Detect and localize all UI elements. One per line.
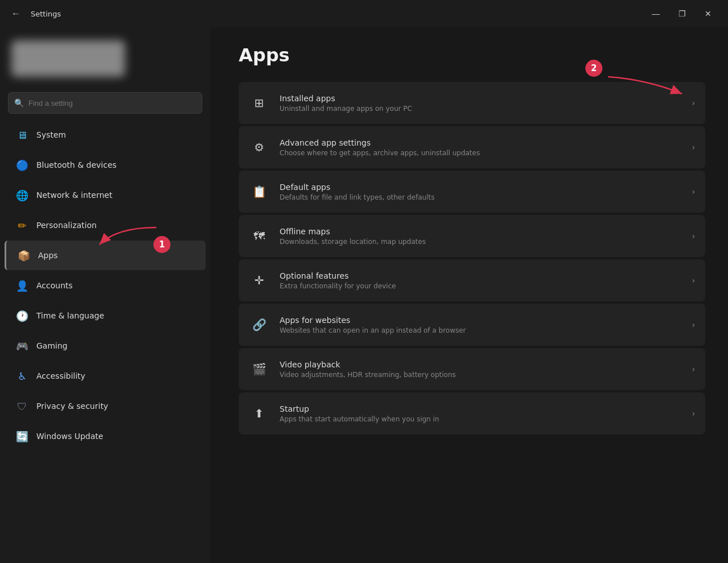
annotation-2-circle: 2: [585, 60, 602, 77]
apps-for-websites-title: Apps for websites: [280, 316, 681, 325]
video-playback-chevron-icon: ›: [692, 365, 695, 374]
window-controls: — ❐ ✕: [643, 5, 721, 23]
search-box[interactable]: 🔍: [8, 92, 202, 114]
advanced-app-settings-description: Choose where to get apps, archive apps, …: [280, 149, 681, 157]
offline-maps-title: Offline maps: [280, 227, 681, 236]
sidebar: 🔍 🖥System🔵Bluetooth & devices🌐Network & …: [0, 27, 210, 563]
sidebar-item-accounts[interactable]: 👤Accounts: [5, 271, 206, 300]
settings-list: ⊞Installed appsUninstall and manage apps…: [239, 82, 705, 434]
startup-icon: ⬆: [249, 403, 269, 424]
default-apps-description: Defaults for file and link types, other …: [280, 193, 681, 201]
accounts-icon: 👤: [16, 279, 28, 292]
default-apps-title: Default apps: [280, 183, 681, 192]
sidebar-item-network[interactable]: 🌐Network & internet: [5, 180, 206, 210]
apps-for-websites-chevron-icon: ›: [692, 320, 695, 329]
startup-chevron-icon: ›: [692, 409, 695, 418]
sidebar-item-label-network: Network & internet: [36, 191, 113, 200]
settings-item-apps-for-websites[interactable]: 🔗Apps for websitesWebsites that can open…: [239, 304, 705, 346]
default-apps-text: Default appsDefaults for file and link t…: [280, 183, 681, 201]
video-playback-description: Video adjustments, HDR streaming, batter…: [280, 371, 681, 379]
startup-title: Startup: [280, 404, 681, 413]
installed-apps-text: Installed appsUninstall and manage apps …: [280, 94, 681, 113]
default-apps-icon: 📋: [249, 181, 269, 202]
sidebar-item-label-gaming: Gaming: [36, 341, 68, 350]
offline-maps-description: Downloads, storage location, map updates: [280, 238, 681, 246]
sidebar-item-label-bluetooth: Bluetooth & devices: [36, 160, 117, 169]
default-apps-chevron-icon: ›: [692, 187, 695, 196]
advanced-app-settings-text: Advanced app settingsChoose where to get…: [280, 138, 681, 157]
installed-apps-icon: ⊞: [249, 93, 269, 113]
apps-for-websites-text: Apps for websitesWebsites that can open …: [280, 316, 681, 334]
update-icon: 🔄: [16, 430, 28, 442]
offline-maps-text: Offline mapsDownloads, storage location,…: [280, 227, 681, 246]
sidebar-item-label-privacy: Privacy & security: [36, 401, 108, 411]
title-bar: ← Settings — ❐ ✕: [0, 0, 728, 27]
sidebar-item-label-time: Time & language: [36, 311, 104, 320]
time-icon: 🕐: [16, 309, 28, 322]
video-playback-text: Video playbackVideo adjustments, HDR str…: [280, 360, 681, 379]
optional-features-icon: ✛: [249, 270, 269, 291]
settings-item-optional-features[interactable]: ✛Optional featuresExtra functionality fo…: [239, 259, 705, 301]
sidebar-item-bluetooth[interactable]: 🔵Bluetooth & devices: [5, 150, 206, 180]
startup-description: Apps that start automatically when you s…: [280, 415, 681, 423]
settings-item-installed-apps[interactable]: ⊞Installed appsUninstall and manage apps…: [239, 82, 705, 124]
sidebar-item-system[interactable]: 🖥System: [5, 120, 206, 150]
optional-features-chevron-icon: ›: [692, 276, 695, 285]
back-button[interactable]: ←: [7, 5, 25, 23]
annotation-1-circle: 1: [153, 236, 170, 253]
settings-item-startup[interactable]: ⬆StartupApps that start automatically wh…: [239, 392, 705, 434]
sidebar-item-privacy[interactable]: 🛡Privacy & security: [5, 391, 206, 421]
settings-item-video-playback[interactable]: 🎬Video playbackVideo adjustments, HDR st…: [239, 348, 705, 390]
gaming-icon: 🎮: [16, 340, 28, 352]
sidebar-item-label-accounts: Accounts: [36, 281, 73, 290]
sidebar-item-label-apps: Apps: [38, 251, 58, 260]
advanced-app-settings-icon: ⚙: [249, 137, 269, 158]
sidebar-search: 🔍: [0, 90, 210, 119]
close-button[interactable]: ✕: [695, 5, 721, 23]
avatar-blurred: [11, 40, 125, 77]
video-playback-title: Video playback: [280, 360, 681, 369]
sidebar-item-label-system: System: [36, 130, 66, 139]
search-icon: 🔍: [14, 98, 24, 107]
optional-features-title: Optional features: [280, 271, 681, 280]
settings-item-advanced-app-settings[interactable]: ⚙Advanced app settingsChoose where to ge…: [239, 126, 705, 168]
offline-maps-chevron-icon: ›: [692, 231, 695, 241]
advanced-app-settings-chevron-icon: ›: [692, 143, 695, 152]
advanced-app-settings-title: Advanced app settings: [280, 138, 681, 147]
app-title: Settings: [31, 10, 61, 18]
apps-for-websites-icon: 🔗: [249, 314, 269, 335]
sidebar-item-accessibility[interactable]: ♿Accessibility: [5, 361, 206, 391]
sidebar-item-update[interactable]: 🔄Windows Update: [5, 421, 206, 451]
main-content: Apps ⊞Installed appsUninstall and manage…: [210, 27, 728, 563]
sidebar-item-label-accessibility: Accessibility: [36, 371, 85, 380]
offline-maps-icon: 🗺: [249, 226, 269, 246]
startup-text: StartupApps that start automatically whe…: [280, 404, 681, 423]
sidebar-item-gaming[interactable]: 🎮Gaming: [5, 331, 206, 361]
accessibility-icon: ♿: [16, 370, 28, 382]
optional-features-text: Optional featuresExtra functionality for…: [280, 271, 681, 290]
installed-apps-description: Uninstall and manage apps on your PC: [280, 105, 681, 113]
bluetooth-icon: 🔵: [16, 159, 28, 171]
system-icon: 🖥: [16, 129, 28, 141]
search-input[interactable]: [28, 99, 196, 107]
maximize-button[interactable]: ❐: [669, 5, 695, 23]
sidebar-item-label-update: Windows Update: [36, 432, 103, 441]
sidebar-item-apps[interactable]: 📦Apps: [5, 241, 206, 270]
settings-item-offline-maps[interactable]: 🗺Offline mapsDownloads, storage location…: [239, 215, 705, 257]
page-title: Apps: [239, 44, 705, 66]
minimize-button[interactable]: —: [643, 5, 669, 23]
optional-features-description: Extra functionality for your device: [280, 282, 681, 290]
personalization-icon: ✏️: [16, 219, 28, 231]
title-bar-left: ← Settings: [7, 5, 643, 23]
settings-item-default-apps[interactable]: 📋Default appsDefaults for file and link …: [239, 171, 705, 213]
sidebar-item-time[interactable]: 🕐Time & language: [5, 301, 206, 330]
installed-apps-chevron-icon: ›: [692, 98, 695, 107]
apps-icon: 📦: [18, 249, 30, 262]
video-playback-icon: 🎬: [249, 359, 269, 379]
privacy-icon: 🛡: [16, 400, 28, 412]
sidebar-item-personalization[interactable]: ✏️Personalization: [5, 210, 206, 240]
sidebar-nav: 🖥System🔵Bluetooth & devices🌐Network & in…: [0, 119, 210, 452]
network-icon: 🌐: [16, 189, 28, 201]
installed-apps-title: Installed apps: [280, 94, 681, 103]
sidebar-item-label-personalization: Personalization: [36, 221, 97, 230]
